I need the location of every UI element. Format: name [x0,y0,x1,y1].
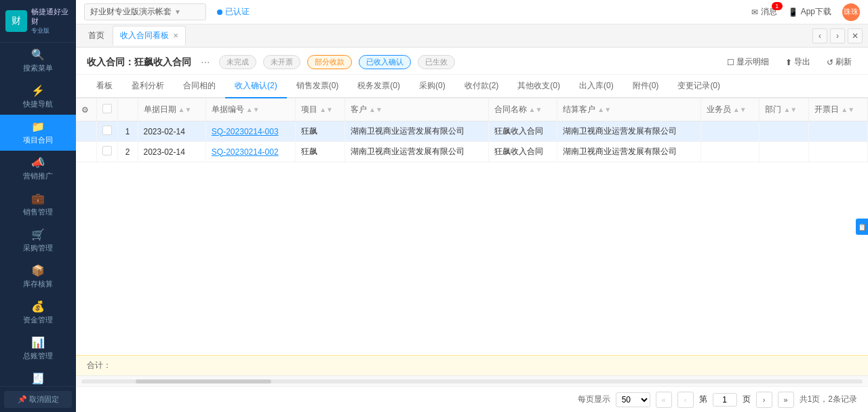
per-page-select[interactable]: 50 100 200 [616,392,650,407]
invoice-date-column-header[interactable]: 开票日 ▲▼ [809,98,868,121]
show-detail-toggle[interactable]: ☐ 显示明细 [722,54,774,70]
export-button[interactable]: ⬆ 导出 [780,54,816,70]
tab-purchase-label: 采购(0) [419,81,446,90]
row1-contract: 狂飙收入合同 [488,121,557,142]
result-customer-column-header[interactable]: 结算客户 ▲▼ [557,98,701,121]
prev-page-button[interactable]: ‹ [677,392,694,408]
sidebar-marketing-label: 营销推广 [23,171,53,181]
table-row[interactable]: 1 2023-02-14 SQ-20230214-003 狂飙 湖南卫视商业运营… [76,121,868,142]
status-confirmed[interactable]: 已收入确认 [359,55,411,69]
first-page-button[interactable]: « [656,392,672,408]
tab-contract-board[interactable]: 收入合同看板 ✕ [113,26,186,45]
row2-select-checkbox[interactable] [102,146,112,155]
sidebar-item-sales[interactable]: 💼 销售管理 [0,187,76,223]
next-page-button[interactable]: › [756,392,772,408]
sidebar-item-invoice-mgmt[interactable]: 🧾 发票管理 [0,367,76,386]
tab-sales-invoice[interactable]: 销售发票(0) [287,75,349,98]
tab-tax-invoice[interactable]: 税务发票(0) [348,75,410,98]
data-table: ⚙ 单据日期 ▲▼ [76,98,868,162]
row1-result-customer: 湖南卫视商业运营发展有限公司 [557,121,701,142]
tab-warehouse[interactable]: 出入库(0) [570,75,623,98]
tab-other-income[interactable]: 其他收支(0) [508,75,570,98]
tab-next-button[interactable]: › [830,29,845,43]
sidebar-ledger-label: 总账管理 [23,351,53,361]
horizontal-scrollbar[interactable] [76,375,868,386]
sidebar-item-general-ledger[interactable]: 📊 总账管理 [0,331,76,367]
invoice-date-sort[interactable]: 开票日 ▲▼ [814,104,862,115]
scrollbar-thumb[interactable] [136,379,271,383]
dept-sort[interactable]: 部门 ▲▼ [765,104,803,115]
last-page-button[interactable]: » [778,392,794,408]
contract-sort[interactable]: 合同名称 ▲▼ [494,104,552,115]
contract-title: 收入合同：狂飙收入合同 [87,56,191,69]
salesman-sort[interactable]: 业务员 ▲▼ [707,104,754,115]
tab-prev-button[interactable]: ‹ [812,29,827,43]
sidebar-item-search[interactable]: 🔍 搜索菜单 [0,43,76,79]
row2-code-link[interactable]: SQ-20230214-002 [212,147,279,157]
status-incomplete[interactable]: 未完成 [219,55,256,69]
settings-column-header[interactable]: ⚙ [76,98,96,121]
code-column-header[interactable]: 单据编号 ▲▼ [205,98,295,121]
message-button[interactable]: ✉ 消息 1 [751,6,777,18]
tab-revenue-confirm[interactable]: 收入确认(2) [225,75,287,98]
tab-attachments-label: 附件(0) [633,81,659,90]
salesman-column-header[interactable]: 业务员 ▲▼ [701,98,760,121]
refresh-label: 刷新 [835,56,852,68]
row1-select-checkbox[interactable] [102,126,112,135]
tab-close-button[interactable]: ✕ [848,29,863,43]
tab-change-log[interactable]: 变更记录(0) [668,75,730,98]
customer-sort[interactable]: 客户 ▲▼ [351,104,482,115]
tab-attachments[interactable]: 附件(0) [623,75,669,98]
sidebar-project-label: 项目合同 [23,135,53,145]
avatar-text: 珠珠 [844,7,859,17]
status-uninvoiced[interactable]: 未开票 [263,55,300,69]
row1-code[interactable]: SQ-20230214-003 [205,121,295,142]
refresh-button[interactable]: ↺ 刷新 [821,54,857,70]
project-column-header[interactable]: 项目 ▲▼ [296,98,345,121]
funds-icon: 💰 [31,300,45,313]
row2-checkbox[interactable] [96,142,117,162]
dept-column-header[interactable]: 部门 ▲▼ [760,98,809,121]
status-effective[interactable]: 已生效 [418,55,455,69]
sidebar-item-inventory[interactable]: 📦 库存核算 [0,259,76,295]
project-sort[interactable]: 项目 ▲▼ [301,104,339,115]
tab-home[interactable]: 首页 [81,26,111,45]
date-column-header[interactable]: 单据日期 ▲▼ [138,98,205,121]
page-number-input[interactable] [713,393,737,407]
company-selector[interactable]: 好业财专业版演示帐套 ▼ [84,3,206,20]
table-row[interactable]: 2 2023-02-14 SQ-20230214-002 狂飙 湖南卫视商业运营… [76,142,868,162]
sidebar-item-funds[interactable]: 💰 资金管理 [0,295,76,331]
tab-profit-label: 盈利分析 [132,81,164,90]
unpin-button[interactable]: 📌 取消固定 [4,391,72,408]
tab-contract-related[interactable]: 合同相的 [174,75,225,98]
sidebar-item-marketing[interactable]: 📣 营销推广 [0,151,76,187]
date-sort[interactable]: 单据日期 ▲▼ [144,104,200,115]
tab-kanban[interactable]: 看板 [87,75,122,98]
more-options-button[interactable]: ··· [198,56,212,69]
sidebar-item-quick-nav[interactable]: ⚡ 快捷导航 [0,79,76,115]
row1-code-link[interactable]: SQ-20230214-003 [212,127,279,136]
gear-icon: ⚙ [81,105,89,115]
status-partial-receipt[interactable]: 部分收款 [307,55,352,69]
tab-purchase[interactable]: 采购(0) [410,75,455,98]
user-avatar[interactable]: 珠珠 [842,3,860,21]
tab-close-icon[interactable]: ✕ [173,32,178,39]
checkbox-column-header[interactable] [96,98,117,121]
contract-column-header[interactable]: 合同名称 ▲▼ [488,98,557,121]
tab-receipts[interactable]: 收付款(2) [455,75,509,98]
sidebar-search-label: 搜索菜单 [23,63,53,73]
annotation-button[interactable]: 📋 [856,219,868,235]
tab-profit[interactable]: 盈利分析 [122,75,174,98]
refresh-icon: ↺ [827,58,833,67]
row1-dept [760,121,809,142]
sidebar-item-project-contract[interactable]: 📁 项目合同 [0,115,76,151]
select-all-checkbox[interactable] [102,104,112,113]
code-sort[interactable]: 单据编号 ▲▼ [212,104,290,115]
result-customer-sort[interactable]: 结算客户 ▲▼ [563,104,694,115]
sidebar-item-purchase[interactable]: 🛒 采购管理 [0,223,76,259]
sidebar: 财 畅捷通好业财 专业版 🔍 搜索菜单 ⚡ 快捷导航 📁 项目合同 📣 营销推广… [0,0,76,412]
row2-code[interactable]: SQ-20230214-002 [205,142,295,162]
customer-column-header[interactable]: 客户 ▲▼ [345,98,488,121]
row1-checkbox[interactable] [96,121,117,142]
app-download-button[interactable]: 📱 App下载 [788,6,831,18]
